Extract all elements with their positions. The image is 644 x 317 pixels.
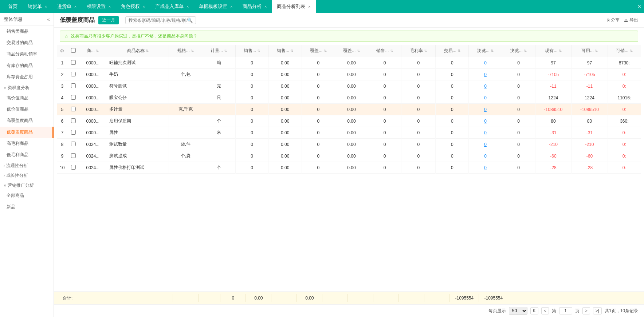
close-icon[interactable]: × xyxy=(186,4,189,9)
search-icon[interactable]: 🔍 xyxy=(187,17,193,23)
cell-browse1[interactable]: 0 xyxy=(469,69,502,80)
th-sales-amt[interactable]: 销售... ⇅ xyxy=(268,45,302,57)
cell-name: 眼宝公仔 xyxy=(107,92,169,104)
cell-browse1[interactable]: 0 xyxy=(469,104,502,115)
th-available-stock[interactable]: 可用... ⇅ xyxy=(572,45,608,57)
cell-checkbox[interactable] xyxy=(68,69,79,80)
cell-browse1[interactable]: 0 xyxy=(469,80,502,92)
sidebar-item-low-value[interactable]: 低价值商品 xyxy=(0,104,54,115)
select-all-checkbox[interactable] xyxy=(71,48,76,53)
th-saleable[interactable]: 可销... ⇅ xyxy=(608,45,641,57)
cell-name: 启用保质期 xyxy=(107,115,169,127)
export-button[interactable]: ⏏ 导出 xyxy=(624,17,638,23)
cell-browse1[interactable]: 0 xyxy=(469,57,502,69)
cell-trade: 0 xyxy=(436,162,469,174)
cell-code: 0000... xyxy=(79,69,107,80)
close-icon[interactable]: × xyxy=(264,4,267,9)
nav-product-analysis[interactable]: 商品分析 × xyxy=(237,0,272,13)
sidebar-item-new-products[interactable]: 新品 xyxy=(0,201,54,213)
cell-browse1[interactable]: 0 xyxy=(469,115,502,127)
close-all-tabs-button[interactable]: × xyxy=(638,3,641,10)
sidebar-item-traded-products[interactable]: 交易过的商品 xyxy=(0,37,54,48)
nav-roles[interactable]: 角色授权 × xyxy=(116,0,150,13)
nav-finished-goods[interactable]: 产成品入库单 × xyxy=(150,0,194,13)
nav-home[interactable]: 首页 xyxy=(3,0,23,13)
th-coverage1[interactable]: 覆盖... ⇅ xyxy=(302,45,335,57)
sidebar-item-category-rate[interactable]: 商品分类动销率 xyxy=(0,48,54,60)
first-page-button[interactable]: K xyxy=(530,307,538,314)
cell-checkbox[interactable] xyxy=(68,162,79,174)
sidebar-item-high-value[interactable]: 高价值商品 xyxy=(0,92,54,104)
sidebar-item-high-coverage[interactable]: 高覆盖度商品 xyxy=(0,115,54,126)
th-code[interactable]: 商... ⇅ xyxy=(79,45,107,57)
cell-browse1[interactable]: 0 xyxy=(469,127,502,139)
sidebar-section-growth[interactable]: › 成长性分析 xyxy=(0,170,54,180)
nav-template[interactable]: 单据模板设置 × xyxy=(194,0,237,13)
cell-checkbox[interactable] xyxy=(68,92,79,104)
close-icon[interactable]: × xyxy=(230,4,232,9)
th-sales-qty[interactable]: 销售... ⇅ xyxy=(235,45,268,57)
th-sales-count[interactable]: 销售... ⇅ xyxy=(368,45,401,57)
nav-product-analysis-list[interactable]: 商品分析列表 × xyxy=(272,0,315,13)
cell-browse2: 0 xyxy=(502,69,535,80)
cell-available-stock: -60 xyxy=(572,150,608,162)
time-filter-button[interactable]: 近一月 xyxy=(98,16,119,24)
sidebar-item-all-products[interactable]: 全部商品 xyxy=(0,190,54,201)
th-checkbox[interactable] xyxy=(68,45,79,57)
nav-sales[interactable]: 销货单 × xyxy=(23,0,52,13)
cell-checkbox[interactable] xyxy=(68,104,79,115)
prev-page-button[interactable]: < xyxy=(541,307,549,314)
cell-spec xyxy=(169,162,202,174)
cell-browse1[interactable]: 0 xyxy=(469,150,502,162)
cell-checkbox[interactable] xyxy=(68,127,79,139)
th-browse1[interactable]: 浏览... ⇅ xyxy=(469,45,502,57)
sidebar-item-high-margin[interactable]: 高毛利商品 xyxy=(0,138,54,149)
sidebar-section-group-analysis[interactable]: ∨ 类群度分析 xyxy=(0,83,54,92)
cell-browse1[interactable]: 0 xyxy=(469,162,502,174)
th-name[interactable]: 商品名称 ⇅ xyxy=(107,45,169,57)
cell-browse1[interactable]: 0 xyxy=(469,92,502,104)
page-number-input[interactable] xyxy=(559,307,572,314)
expand-icon: › xyxy=(4,164,5,168)
cell-checkbox[interactable] xyxy=(68,115,79,127)
close-icon[interactable]: × xyxy=(109,4,111,9)
cell-available-stock: 1224 xyxy=(572,92,608,104)
close-icon[interactable]: × xyxy=(143,4,145,9)
collapse-sidebar-button[interactable]: « xyxy=(47,16,50,22)
nav-permissions[interactable]: 权限设置 × xyxy=(82,0,116,13)
th-settings[interactable]: ⚙ xyxy=(57,45,68,57)
th-browse2[interactable]: 浏览... ⇅ xyxy=(502,45,535,57)
sidebar-item-low-coverage[interactable]: 低覆盖度商品 xyxy=(0,127,54,138)
next-page-button[interactable]: > xyxy=(582,307,590,314)
th-coverage2[interactable]: 覆盖... ⇅ xyxy=(335,45,368,57)
nav-purchase[interactable]: 进货单 × xyxy=(52,0,82,13)
cell-checkbox[interactable] xyxy=(68,80,79,92)
close-icon[interactable]: × xyxy=(45,4,47,9)
th-trade[interactable]: 交易... ⇅ xyxy=(436,45,469,57)
sidebar-section-liquidity[interactable]: › 流通性分析 xyxy=(0,161,54,170)
cell-checkbox[interactable] xyxy=(68,57,79,69)
th-margin[interactable]: 毛利率 ⇅ xyxy=(401,45,436,57)
th-unit[interactable]: 计量... ⇅ xyxy=(202,45,235,57)
cell-browse2: 0 xyxy=(502,127,535,139)
sidebar-item-sales-products[interactable]: 销售类商品 xyxy=(0,26,54,37)
th-current-stock[interactable]: 现有... ⇅ xyxy=(535,45,572,57)
sidebar-item-stocked[interactable]: 有库存的商品 xyxy=(0,60,54,71)
share-button[interactable]: ⎘ 分享 xyxy=(607,17,620,23)
last-page-button[interactable]: >| xyxy=(593,307,602,314)
cell-name: 属性 xyxy=(107,127,169,139)
cell-current-stock: 1224 xyxy=(535,92,572,104)
cell-checkbox[interactable] xyxy=(68,139,79,150)
cell-sales-amt: 0.00 xyxy=(268,115,302,127)
sidebar-item-capital[interactable]: 库存资金占用 xyxy=(0,71,54,83)
cell-margin: 0 xyxy=(401,127,436,139)
close-icon[interactable]: × xyxy=(308,4,310,9)
cell-browse1[interactable]: 0 xyxy=(469,139,502,150)
th-spec[interactable]: 规格... ⇅ xyxy=(169,45,202,57)
close-icon[interactable]: × xyxy=(74,4,76,9)
sidebar-section-marketing[interactable]: ∨ 营销推广分析 xyxy=(0,180,54,190)
cell-checkbox[interactable] xyxy=(68,150,79,162)
page-size-select[interactable]: 20 50 100 200 xyxy=(509,307,527,315)
sidebar-item-low-margin[interactable]: 低毛利商品 xyxy=(0,149,54,161)
search-input[interactable] xyxy=(129,18,187,23)
